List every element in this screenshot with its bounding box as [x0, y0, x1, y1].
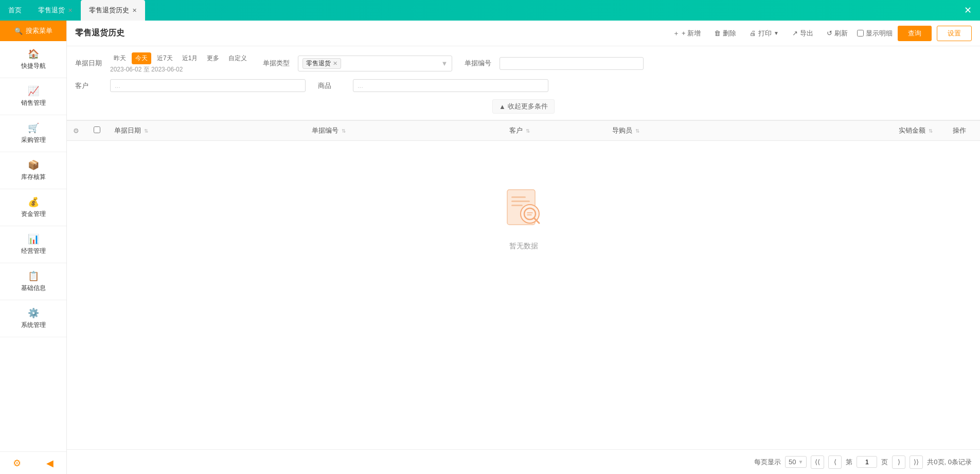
col-number[interactable]: 单据编号 ⇅ — [306, 121, 503, 141]
page-title: 零售退货历史 — [75, 28, 124, 39]
tab-retail-return-close[interactable]: ✕ — [68, 7, 73, 14]
total-info: 共0页, 0条记录 — [927, 458, 972, 467]
settings-button[interactable]: 设置 — [937, 26, 972, 41]
delete-button[interactable]: 🗑 删除 — [710, 27, 740, 40]
refresh-button[interactable]: ↺ 刷新 — [823, 27, 852, 40]
col-spacer — [688, 121, 741, 141]
sidebar-item-inventory[interactable]: 📦 库存核算 — [0, 152, 66, 189]
empty-icon — [498, 182, 549, 233]
actual-sort-icon: ⇅ — [929, 128, 933, 134]
number-sort-icon: ⇅ — [342, 128, 346, 134]
guide-sort-icon: ⇅ — [635, 128, 639, 134]
add-button[interactable]: ＋ + 新增 — [669, 27, 705, 40]
date-shortcuts: 昨天 今天 近7天 近1月 更多 自定义 — [110, 52, 251, 64]
display-detail-label: 显示明细 — [857, 29, 893, 38]
date-btn-7days[interactable]: 近7天 — [153, 52, 176, 64]
collapse-label: 收起更多条件 — [508, 102, 548, 111]
sidebar-item-purchase[interactable]: 🛒 采购管理 — [0, 115, 66, 152]
basic-info-icon: 📋 — [28, 270, 39, 282]
print-icon: 🖨 — [750, 29, 756, 37]
export-button[interactable]: ↗ 导出 — [788, 27, 817, 40]
voucher-filter-label: 单据编号 — [465, 59, 495, 68]
page-size-arrow: ▼ — [798, 459, 803, 465]
date-btn-yesterday[interactable]: 昨天 — [110, 52, 130, 64]
type-filter: 单据类型 零售退货 ✕ ▼ — [263, 56, 452, 71]
sidebar-item-quick-nav-label: 快捷导航 — [21, 62, 46, 70]
col-customer[interactable]: 客户 ⇅ — [503, 121, 606, 141]
refresh-icon: ↺ — [827, 29, 832, 37]
type-select[interactable]: 零售退货 ✕ ▼ — [298, 56, 452, 71]
refresh-label: 刷新 — [834, 29, 848, 38]
sidebar-search[interactable]: 🔍 搜索菜单 — [0, 21, 66, 41]
sidebar-item-basic-info-label: 基础信息 — [21, 284, 46, 293]
type-select-arrow: ▼ — [441, 60, 448, 67]
sidebar-item-basic-info[interactable]: 📋 基础信息 — [0, 263, 66, 300]
tab-retail-return-history-close[interactable]: ✕ — [132, 7, 137, 14]
export-label: 导出 — [800, 29, 813, 38]
goods-input[interactable]: ... — [353, 79, 548, 92]
last-page-btn[interactable]: ⟩⟩ — [910, 455, 923, 469]
add-label: + 新增 — [682, 29, 701, 38]
print-button[interactable]: 🖨 打印 ▼ — [745, 27, 783, 40]
sidebar-item-finance-label: 资金管理 — [21, 210, 46, 218]
first-page-btn[interactable]: ⟨⟨ — [811, 455, 824, 469]
display-detail-checkbox[interactable] — [857, 30, 864, 37]
top-bar-right: ✕ — [964, 5, 980, 16]
collapse-button[interactable]: ▲ 收起更多条件 — [492, 99, 555, 114]
date-btn-1month[interactable]: 近1月 — [179, 52, 202, 64]
finance-icon: 💰 — [28, 196, 39, 208]
window-close-btn[interactable]: ✕ — [964, 5, 972, 16]
table-header-row: ⚙ 单据日期 ⇅ 单据编号 ⇅ — [67, 121, 980, 141]
sidebar-item-operations[interactable]: 📊 经营管理 — [0, 226, 66, 263]
next-page-btn[interactable]: ⟩ — [892, 455, 905, 469]
sidebar-item-system[interactable]: ⚙️ 系统管理 — [0, 300, 66, 337]
tab-home-label: 首页 — [8, 6, 22, 15]
date-btn-today[interactable]: 今天 — [132, 52, 151, 64]
filter-area: 单据日期 昨天 今天 近7天 近1月 更多 自定义 2023-06-02 至 2… — [67, 46, 980, 120]
add-icon: ＋ — [673, 29, 680, 38]
layout: 🔍 搜索菜单 🏠 快捷导航 📈 销售管理 🛒 采购管理 📦 库存核算 💰 资金管… — [0, 21, 980, 474]
col-action-label: 操作 — [953, 126, 966, 134]
query-button[interactable]: 查询 — [898, 26, 932, 41]
page-number-input[interactable] — [857, 456, 877, 468]
customer-input[interactable]: ... — [110, 79, 306, 92]
sidebar-settings-btn[interactable]: ⚙ — [13, 458, 21, 469]
empty-text: 暂无数据 — [509, 242, 538, 251]
col-guide-label: 导购员 — [612, 126, 632, 134]
sidebar-item-operations-label: 经营管理 — [21, 247, 46, 256]
collapse-icon: ▲ — [499, 103, 506, 111]
settings-gear-icon[interactable]: ⚙ — [73, 127, 79, 135]
col-guide[interactable]: 导购员 ⇅ — [606, 121, 688, 141]
table-body: 暂无数据 — [67, 141, 980, 293]
page-word: 第 — [846, 458, 852, 467]
delete-icon: 🗑 — [714, 29, 721, 37]
type-tag-text: 零售退货 — [306, 59, 331, 68]
sidebar-item-quick-nav[interactable]: 🏠 快捷导航 — [0, 41, 66, 78]
page-size-label: 每页显示 — [754, 458, 781, 467]
type-tag-close[interactable]: ✕ — [333, 60, 337, 67]
sidebar-item-system-label: 系统管理 — [21, 321, 46, 330]
date-btn-custom[interactable]: 自定义 — [225, 52, 251, 64]
goods-filter: 商品 ... — [318, 79, 548, 92]
select-all-checkbox[interactable] — [94, 126, 100, 133]
sidebar-item-finance[interactable]: 💰 资金管理 — [0, 189, 66, 226]
prev-page-btn[interactable]: ⟨ — [828, 455, 842, 469]
page-size-select[interactable]: 50 ▼ — [785, 456, 807, 468]
sidebar-item-sales[interactable]: 📈 销售管理 — [0, 78, 66, 115]
tab-home[interactable]: 首页 — [0, 0, 30, 21]
sidebar-collapse-btn[interactable]: ◀ — [46, 458, 54, 469]
date-btn-more[interactable]: 更多 — [203, 52, 223, 64]
type-filter-label: 单据类型 — [263, 59, 294, 68]
date-filter-label: 单据日期 — [75, 59, 106, 68]
col-settings[interactable]: ⚙ — [67, 121, 87, 141]
col-date[interactable]: 单据日期 ⇅ — [108, 121, 306, 141]
col-actual-label: 实销金额 — [899, 126, 925, 134]
voucher-input[interactable] — [500, 57, 644, 70]
tab-retail-return-history-label: 零售退货历史 — [89, 6, 129, 15]
col-action: 操作 — [939, 121, 980, 141]
tab-retail-return-history[interactable]: 零售退货历史 ✕ — [81, 0, 145, 21]
type-tag: 零售退货 ✕ — [302, 58, 341, 69]
tab-retail-return[interactable]: 零售退货 ✕ — [30, 0, 81, 21]
filter-row-2: 客户 ... 商品 ... — [75, 79, 972, 92]
col-actual[interactable]: 实销金额 ⇅ — [741, 121, 939, 141]
